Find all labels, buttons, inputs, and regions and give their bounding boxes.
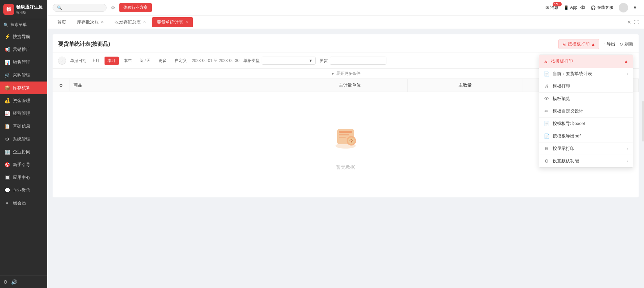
filter-date-range: 2023-06-01 至 2023-06-30 [192, 58, 239, 64]
settings-bottom-icon[interactable]: ⚙ [3, 279, 8, 285]
topbar-avatar[interactable] [619, 3, 628, 12]
logo-text: 畅康通好生意 标准版 [16, 4, 42, 14]
trial-btn[interactable]: 体验行业方案 [119, 3, 152, 12]
tab-order-stats-close[interactable]: ✕ [185, 20, 188, 24]
app-label: App下载 [570, 5, 585, 10]
refresh-icon: ↻ [619, 42, 623, 47]
tab-receivable-summary[interactable]: 收发存汇总表 ✕ [110, 17, 151, 27]
dropdown-display-print[interactable]: 🖥 按显示打印 › [539, 142, 633, 155]
date-btn-more[interactable]: 更多 [155, 57, 170, 65]
finance-icon: 💰 [4, 98, 10, 104]
th-settings[interactable]: ⚙ [53, 79, 69, 91]
tab-close-icon[interactable]: ✕ [627, 20, 631, 25]
sidebar-item-finance[interactable]: 💰 资金管理 [0, 94, 47, 107]
sidebar-item-operations[interactable]: 📈 经营管理 [0, 107, 47, 120]
service-label: 在线客服 [597, 5, 613, 10]
dropdown-current-label: 当前：要货单统计表 [553, 71, 623, 77]
date-btn-current-month[interactable]: 本月 [105, 57, 119, 65]
sidebar-item-purchase[interactable]: 🛒 采购管理 [0, 69, 47, 82]
print-template-btn[interactable]: 🖨 按模板打印 ▲ [558, 39, 599, 49]
sidebar-item-system[interactable]: ⚙ 系统管理 [0, 133, 47, 146]
marketing-icon: 📢 [4, 46, 10, 53]
sidebar-item-appstore[interactable]: 🔲 应用中心 [0, 171, 47, 184]
expand-more-icon: ▼ [331, 71, 335, 76]
date-btn-last-month[interactable]: 上月 [88, 57, 103, 65]
dropdown-title: 按模板打印 [551, 58, 573, 64]
sound-bottom-icon[interactable]: 🔊 [11, 279, 17, 285]
topbar-online-service[interactable]: 🎧 在线客服 [591, 5, 613, 10]
filter-arrow-btn[interactable]: › [58, 57, 66, 65]
sidebar-item-guide[interactable]: 🎯 新手引导 [0, 158, 47, 171]
dropdown-export-pdf[interactable]: 📄 按模板导出pdf [539, 130, 633, 142]
print-template-label: 按模板打印 [568, 41, 590, 47]
topbar-gear-icon[interactable]: ⚙ [111, 4, 115, 11]
topbar-search[interactable]: 🔍 [53, 4, 107, 12]
sidebar-item-enterprise[interactable]: 🏢 企业协同 [0, 146, 47, 158]
purchase-icon: 🛒 [4, 72, 10, 78]
print-chevron-up-icon: ▲ [591, 42, 595, 47]
quick-nav-icon: ⚡ [4, 34, 10, 40]
sidebar-item-inventory[interactable]: 📦 库存核算 [0, 82, 47, 94]
sidebar-item-member[interactable]: ✦ 畅会员 [0, 197, 47, 210]
dropdown-set-default[interactable]: ⚙ 设置默认功能 › [539, 155, 633, 167]
sidebar-item-label: 销售管理 [13, 59, 30, 65]
date-btn-last7[interactable]: 近7天 [137, 57, 153, 65]
page-actions: 🖨 按模板打印 ▲ ↑ 导出 ↻ 刷新 [558, 39, 633, 49]
topbar-message[interactable]: ✉ 消息 99+ [546, 5, 558, 10]
empty-icon [329, 119, 362, 159]
topbar-username[interactable]: Rit [634, 5, 639, 10]
sidebar-item-basic[interactable]: 📋 基础信息 [0, 120, 47, 133]
main-area: 🔍 ⚙ 体验行业方案 ✉ 消息 99+ 📱 App下载 🎧 在线客服 Rit [47, 0, 644, 288]
dropdown-header[interactable]: 🖨 按模板打印 ▲ [539, 55, 633, 68]
set-default-icon: ⚙ [544, 158, 549, 164]
refresh-btn[interactable]: ↻ 刷新 [619, 41, 633, 47]
tab-receivable-summary-label: 收发存汇总表 [115, 19, 141, 25]
date-btn-custom[interactable]: 自定义 [172, 57, 190, 65]
filter-order-type-label: 单据类型 [243, 58, 260, 64]
sidebar-item-quick-nav[interactable]: ⚡ 快捷导航 [0, 30, 47, 43]
page-title: 要货单统计表(按商品) [58, 41, 110, 48]
topbar-app-download[interactable]: 📱 App下载 [564, 5, 585, 10]
print-dropdown-menu: 🖨 按模板打印 ▲ 📄 当前：要货单统计表 › [539, 55, 633, 168]
filter-order-type-select[interactable]: ▼ [262, 57, 316, 65]
operations-icon: 📈 [4, 110, 10, 117]
dropdown-template-design[interactable]: ✏ 模板自定义设计 [539, 105, 633, 118]
sidebar-bottom: ⚙ 🔊 [0, 276, 47, 288]
date-btn-current-year[interactable]: 本年 [121, 57, 135, 65]
sidebar-item-label: 营销推广 [13, 46, 30, 53]
dropdown-current-template[interactable]: 📄 当前：要货单统计表 › [539, 68, 633, 80]
dropdown-template-preview[interactable]: 👁 模板预览 [539, 93, 633, 105]
export-btn[interactable]: ↑ 导出 [603, 41, 616, 47]
sidebar-item-label: 系统管理 [13, 136, 30, 142]
tab-expand-icon[interactable]: ⛶ [634, 20, 639, 25]
appstore-icon: 🔲 [4, 174, 10, 181]
sidebar-item-sales[interactable]: 📊 销售管理 [0, 56, 47, 69]
sidebar-item-wechat[interactable]: 💬 企业微信 [0, 184, 47, 197]
dropdown-export-excel[interactable]: 📄 按模板导出excel [539, 118, 633, 130]
export-pdf-icon: 📄 [544, 133, 549, 139]
main-card: 要货单统计表(按商品) 🖨 按模板打印 ▲ ↑ 导出 ↻ 刷新 [53, 34, 639, 197]
tab-receivable-summary-close[interactable]: ✕ [143, 20, 146, 24]
export-excel-label: 按模板导出excel [553, 121, 585, 127]
dropdown-template-print[interactable]: 🖨 模板打印 [539, 80, 633, 93]
tab-home[interactable]: 首页 [53, 17, 71, 27]
dropdown-header-left: 🖨 按模板打印 [544, 58, 573, 64]
filter-order-num-label: 要货 [320, 58, 328, 64]
refresh-label: 刷新 [624, 41, 633, 47]
guide-icon: 🎯 [4, 162, 10, 168]
select-chevron-down-icon: ▼ [309, 58, 313, 63]
template-design-icon: ✏ [544, 108, 549, 114]
scrollbar[interactable] [642, 101, 644, 141]
filter-order-num-input[interactable] [330, 57, 386, 65]
tab-inventory-batch-close[interactable]: ✕ [101, 20, 104, 24]
display-print-icon: 🖥 [544, 146, 549, 151]
th-unit: 主计量单位 [292, 79, 408, 92]
tab-inventory-batch[interactable]: 库存批次账 ✕ [72, 17, 109, 27]
svg-point-6 [348, 137, 355, 144]
sidebar-search-label: 搜索菜单 [10, 22, 27, 28]
sidebar-item-label: 库存核算 [13, 85, 30, 91]
sidebar-search[interactable]: 🔍 搜索菜单 [0, 19, 47, 30]
sidebar-item-marketing[interactable]: 📢 营销推广 [0, 43, 47, 56]
tab-order-stats[interactable]: 要货单统计表 ✕ [152, 17, 193, 27]
sales-icon: 📊 [4, 59, 10, 65]
